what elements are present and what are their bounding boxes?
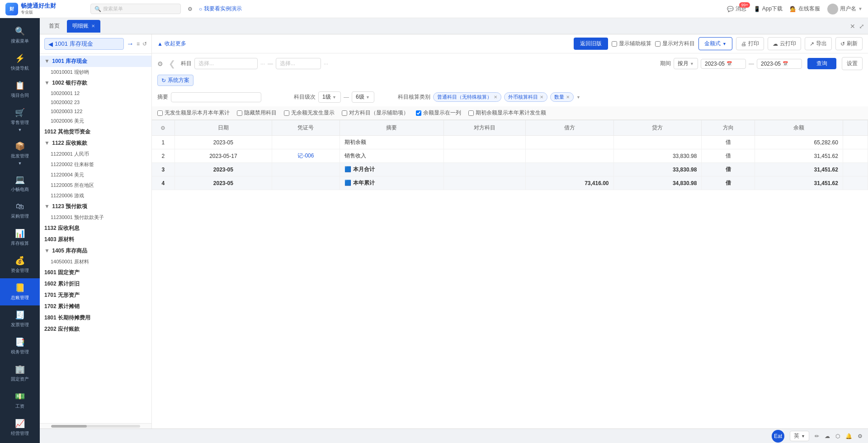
sidebar-item-invoice[interactable]: 🧾 发票管理 xyxy=(0,305,40,333)
tree-item-2202[interactable]: 2202 应付账款 xyxy=(40,324,151,335)
refresh-small-icon[interactable]: ↺ xyxy=(142,41,147,47)
sidebar-item-retail[interactable]: 🛒 零售管理 ▼ xyxy=(0,103,40,137)
current-account[interactable]: ◀ 1001 库存现金 xyxy=(44,38,124,50)
period-type-select[interactable]: 按月 ▼ xyxy=(674,58,698,69)
subject-input[interactable]: 选择... xyxy=(194,58,258,69)
settings-button[interactable]: 设置 xyxy=(842,57,863,70)
sidebar-item-ledger[interactable]: 📒 总账管理 xyxy=(0,278,40,305)
user-menu[interactable]: 用户名 ▼ xyxy=(827,4,863,14)
sidebar-item-operations[interactable]: 📈 经营管理 xyxy=(0,414,40,441)
show-opposite-checkbox[interactable]: 显示对方科目 xyxy=(655,40,695,48)
sidebar: 🔍 搜索菜单 ⚡ 快捷导航 📋 项目合同 🛒 零售管理 ▼ 📦 批发管理 ▼ 💻… xyxy=(0,18,40,443)
tree-item-1001[interactable]: ▼ 1001 库存现金 xyxy=(40,56,151,67)
hide-disabled-checkbox[interactable]: 隐藏禁用科目 xyxy=(237,109,277,117)
cloud-icon[interactable]: ☁ xyxy=(825,433,830,439)
sidebar-item-inventory[interactable]: 📊 库存核算 xyxy=(0,224,40,251)
horizontal-scrollbar[interactable] xyxy=(51,425,141,428)
sidebar-item-reports[interactable]: 📄 小畅报销 xyxy=(0,441,40,443)
sidebar-item-purchase[interactable]: 🛍 采购管理 xyxy=(0,197,40,224)
system-scheme[interactable]: ↻ 系统方案 xyxy=(157,75,193,86)
list-icon[interactable]: ≡ xyxy=(137,41,140,47)
voucher-link-006[interactable]: 记-006 xyxy=(297,152,314,159)
tree-item-1403[interactable]: 1403 原材料 xyxy=(40,234,151,245)
cloud-print-button[interactable]: ☁ 云打印 xyxy=(768,37,801,50)
tree-item-1702[interactable]: 1702 累计摊销 xyxy=(40,301,151,312)
window-close-icon[interactable]: ✕ xyxy=(850,23,855,30)
tab-detail[interactable]: 明细账 ✕ xyxy=(67,20,100,33)
summary-input[interactable] xyxy=(171,92,261,102)
tab-close-icon[interactable]: ✕ xyxy=(91,24,95,29)
tree-item-1405[interactable]: ▼ 1405 库存商品 xyxy=(40,245,151,257)
tree-item-1132[interactable]: 1132 应收利息 xyxy=(40,223,151,234)
sidebar-item-ecommerce[interactable]: 💻 小畅电商 xyxy=(0,170,40,197)
refresh-button[interactable]: ↺ 刷新 xyxy=(835,37,863,50)
online-service-button[interactable]: 💁 在线客服 xyxy=(790,5,820,13)
bell-icon[interactable]: 🔔 xyxy=(845,433,852,439)
eat-button[interactable]: Eat xyxy=(772,430,784,443)
tree-item-11220001[interactable]: 11220001 人民币 xyxy=(40,149,151,159)
no-occur-checkbox[interactable]: 无发生额显示本月本年累计 xyxy=(157,109,230,117)
sidebar-item-wholesale[interactable]: 📦 批发管理 ▼ xyxy=(0,137,40,170)
level-end-select[interactable]: 6级 ▼ xyxy=(352,91,374,103)
tree-item-11220005[interactable]: 11220005 所在地区 xyxy=(40,180,151,191)
tree-item-1122[interactable]: ▼ 1122 应收账款 xyxy=(40,138,151,149)
amount-format-button[interactable]: 金额式 ▼ xyxy=(698,37,732,50)
tree-item-11220004[interactable]: 11220004 美元 xyxy=(40,170,151,180)
period-start-input[interactable]: 2023-05 📅 xyxy=(701,59,746,69)
filter-arrow-icon[interactable]: ❮ xyxy=(169,59,175,69)
tree-item-1602[interactable]: 1602 累计折旧 xyxy=(40,278,151,290)
tree-item-10020006[interactable]: 10020006 美元 xyxy=(40,116,151,126)
query-button[interactable]: 查询 xyxy=(807,58,836,69)
bottom-settings-icon[interactable]: ⚙ xyxy=(858,433,863,439)
filter-icon-left[interactable]: ⚙ xyxy=(157,60,163,67)
show-aux-checkbox[interactable]: 显示辅助核算 xyxy=(612,40,651,48)
tree-item-1002[interactable]: ▼ 1002 银行存款 xyxy=(40,77,151,89)
settings-icon[interactable]: ⚙ xyxy=(184,4,195,14)
tree-item-10020003[interactable]: 10020003 122 xyxy=(40,107,151,116)
tree-item-10010001[interactable]: 10010001 现钞哟 xyxy=(40,67,151,77)
message-button[interactable]: 💬 消息 99+ xyxy=(727,5,746,13)
export-button[interactable]: ↗ 导出 xyxy=(805,37,832,50)
tree-item-1601[interactable]: 1601 固定资产 xyxy=(40,267,151,278)
sidebar-item-search[interactable]: 🔍 搜索菜单 xyxy=(0,22,40,49)
hexagon-icon[interactable]: ⬡ xyxy=(835,433,840,439)
no-balance-checkbox[interactable]: 无余额无发生显示 xyxy=(284,109,335,117)
menu-search[interactable]: 🔍 搜索菜单 xyxy=(90,4,181,14)
print-button[interactable]: 🖨 打印 xyxy=(736,37,764,50)
language-button[interactable]: 英 ▼ xyxy=(790,431,809,441)
show-one-col-checkbox[interactable]: 余额显示在一列 xyxy=(416,109,461,117)
tree-item-1701[interactable]: 1701 无形资产 xyxy=(40,290,151,301)
sidebar-item-quick[interactable]: ⚡ 快捷导航 xyxy=(0,49,40,76)
tag-normal-close[interactable]: ✕ xyxy=(494,95,497,100)
tree-item-11230001[interactable]: 11230001 预付款款美子 xyxy=(40,212,151,223)
collapse-filter-button[interactable]: ▲ 收起更多 xyxy=(157,40,186,48)
tree-item-11220002[interactable]: 11220002 往来标签 xyxy=(40,159,151,170)
app-download-button[interactable]: 📱 App下载 xyxy=(754,5,783,13)
level-start-select[interactable]: 1级 ▼ xyxy=(318,91,341,103)
opposite-checkbox[interactable]: 对方科目（显示辅助项） xyxy=(342,109,409,117)
demo-button[interactable]: ○ 我要看实例演示 xyxy=(199,5,242,13)
sidebar-item-salary[interactable]: 💵 工资 xyxy=(0,387,40,414)
subject-end-input[interactable]: 选择... xyxy=(276,58,321,69)
tree-item-1801[interactable]: 1801 长期待摊费用 xyxy=(40,312,151,324)
period-end-input[interactable]: 2023-05 📅 xyxy=(757,59,802,69)
edit-icon[interactable]: ✏ xyxy=(815,433,819,439)
sidebar-item-project[interactable]: 📋 项目合同 xyxy=(0,76,40,103)
tree-item-11220006[interactable]: 11220006 游戏 xyxy=(40,191,151,201)
tree-item-14050001[interactable]: 14050001 原材料 xyxy=(40,257,151,267)
tab-home[interactable]: 首页 xyxy=(43,20,65,33)
tag-quantity-close[interactable]: ✕ xyxy=(566,95,570,100)
tree-item-1012[interactable]: 1012 其他货币资金 xyxy=(40,126,151,138)
table-settings-icon[interactable]: ⚙ xyxy=(160,125,165,131)
tree-item-1123[interactable]: ▼ 1123 预付款项 xyxy=(40,201,151,212)
sidebar-item-assets[interactable]: 🏢 固定资产 xyxy=(0,360,40,387)
tree-item-10020001[interactable]: 10020001 12 xyxy=(40,89,151,98)
tag-foreign-close[interactable]: ✕ xyxy=(540,95,543,100)
sidebar-item-tax[interactable]: 📑 税务管理 xyxy=(0,333,40,360)
window-maximize-icon[interactable]: ⤢ xyxy=(859,23,864,30)
return-old-button[interactable]: 返回旧版 xyxy=(574,38,608,50)
tree-item-10020002[interactable]: 10020002 23 xyxy=(40,98,151,107)
sidebar-item-finance[interactable]: 💰 资金管理 xyxy=(0,251,40,278)
arrow-right-icon[interactable]: → xyxy=(127,40,134,48)
period-total-checkbox[interactable]: 期初余额显示本年累计发生额 xyxy=(468,109,546,117)
